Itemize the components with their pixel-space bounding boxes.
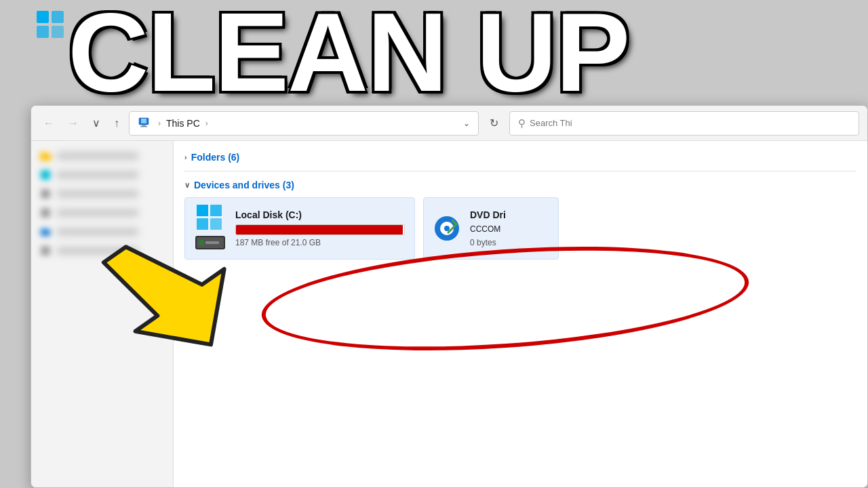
drives-row: Local Disk (C:) 187 MB free of 21.0 GB [184,197,856,260]
search-icon: ⚲ [518,117,526,129]
address-bar: ← → ∨ ↑ › This PC › [31,106,867,141]
back-button[interactable]: ← [39,115,58,132]
svg-rect-6 [142,125,146,126]
forward-button[interactable]: → [64,115,83,132]
svg-rect-11 [41,189,50,199]
explorer-window: ← → ∨ ↑ › This PC › [31,105,868,488]
dvd-info: DVD Dri CCCOM 0 bytes [470,209,549,247]
svg-rect-2 [37,26,49,38]
folders-section-label: Folders (6) [191,152,240,163]
up-button[interactable]: ↑ [110,115,123,132]
svg-rect-23 [205,241,219,244]
sidebar-item-2[interactable] [31,165,173,184]
drive-c-name: Local Disk (C:) [235,209,405,220]
search-input[interactable] [530,118,850,128]
drives-chevron-icon: ∨ [184,181,190,190]
back-arrow-icon: ← [43,117,54,129]
dvd-name-text: DVD Dri [470,209,506,220]
folder-icon-6 [39,245,52,257]
refresh-icon: ↻ [490,117,498,129]
dvd-drive-tile[interactable]: DVD Dri CCCOM 0 bytes [423,197,559,260]
svg-rect-5 [141,119,146,123]
drives-section-header[interactable]: ∨ Devices and drives (3) [184,180,856,190]
svg-rect-12 [41,208,50,218]
title-text: CLEAN UP [68,0,629,108]
chevron-down-icon: ∨ [92,117,100,129]
svg-rect-0 [37,11,49,23]
address-separator: › [158,119,161,128]
main-content: › Folders (6) ∨ Devices and drives (3) [31,141,867,487]
drives-section-label: Devices and drives (3) [194,180,294,190]
dvd-space: 0 bytes [470,238,549,247]
sidebar-item-6[interactable] [31,241,173,260]
dvd-sub: CCCOM [470,224,549,234]
address-dropdown-arrow[interactable]: ⌄ [463,119,470,128]
svg-rect-7 [140,126,147,127]
folder-icon-1 [39,150,52,162]
svg-rect-14 [41,228,45,230]
refresh-button[interactable]: ↻ [484,114,504,132]
drives-section: Local Disk (C:) 187 MB free of 21.0 GB [184,197,856,260]
section-divider [184,171,856,171]
svg-rect-10 [41,170,50,180]
sidebar-item-5[interactable] [31,222,173,241]
svg-rect-3 [52,26,64,38]
folders-chevron-icon: › [184,153,187,161]
sidebar-item-3[interactable] [31,184,173,203]
address-path: This PC [166,118,200,129]
folder-icon-2 [39,169,52,181]
dvd-icon [433,215,460,242]
svg-rect-1 [52,11,64,23]
folder-icon-3 [39,188,52,200]
svg-rect-13 [41,229,50,236]
drive-c-space: 187 MB free of 21.0 GB [235,238,405,247]
svg-rect-9 [40,152,45,155]
drive-c-bar-container [235,224,405,235]
folder-icon-4 [39,207,52,219]
svg-rect-16 [197,205,208,216]
svg-rect-17 [210,205,222,216]
search-field[interactable]: ⚲ [509,111,859,136]
address-separator-2: › [205,119,208,128]
dvd-name: DVD Dri [470,209,549,220]
folder-icon-5 [39,226,52,238]
up-arrow-icon: ↑ [114,117,119,129]
drive-c-bar-fill [236,225,403,235]
local-disk-c-tile[interactable]: Local Disk (C:) 187 MB free of 21.0 GB [184,197,415,260]
svg-point-22 [199,240,204,245]
history-button[interactable]: ∨ [88,114,104,132]
drive-c-icon [195,205,226,252]
svg-rect-8 [40,153,51,161]
svg-rect-15 [41,246,50,256]
forward-arrow-icon: → [68,117,79,129]
sidebar [31,141,174,487]
svg-rect-19 [210,218,222,230]
monitor-icon [138,116,153,131]
sidebar-item-1[interactable] [31,146,173,165]
folders-section-header[interactable]: › Folders (6) [184,152,856,163]
svg-rect-18 [197,218,208,230]
svg-point-26 [444,226,450,231]
drive-c-info: Local Disk (C:) 187 MB free of 21.0 GB [235,209,405,247]
windows-logo [35,9,64,38]
title-overlay: CLEAN UP [0,0,868,105]
sidebar-item-4[interactable] [31,203,173,222]
content-area: › Folders (6) ∨ Devices and drives (3) [174,141,867,487]
address-field[interactable]: › This PC › ⌄ [129,111,479,136]
